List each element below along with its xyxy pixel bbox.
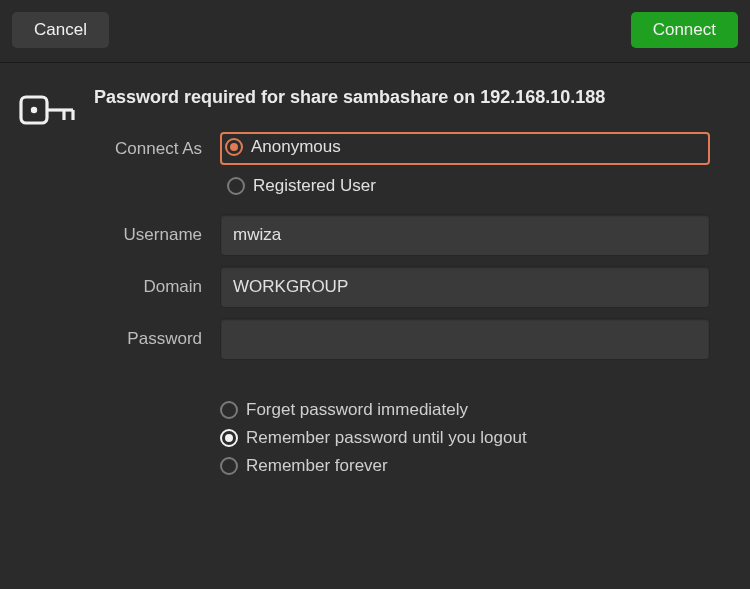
radio-icon [225,138,243,156]
username-label: Username [94,225,220,245]
radio-forget-label: Forget password immediately [246,400,468,420]
radio-icon [227,177,245,195]
password-retention-options: Forget password immediately Remember pas… [220,396,732,480]
dialog-header: Cancel Connect [0,0,750,63]
radio-remember-session[interactable]: Remember password until you logout [220,424,732,452]
radio-icon [220,429,238,447]
connect-as-label: Connect As [94,139,220,159]
radio-anonymous-label: Anonymous [251,137,341,157]
radio-icon [220,401,238,419]
cancel-button[interactable]: Cancel [12,12,109,48]
radio-registered-label: Registered User [253,176,376,196]
radio-anonymous[interactable]: Anonymous [225,135,705,159]
connect-button[interactable]: Connect [631,12,738,48]
radio-remember-forever-label: Remember forever [246,456,388,476]
radio-forget-immediately[interactable]: Forget password immediately [220,396,732,424]
svg-point-1 [31,107,37,113]
radio-registered-user[interactable]: Registered User [227,174,705,198]
password-label: Password [94,329,220,349]
password-field[interactable] [220,318,710,360]
domain-label: Domain [94,277,220,297]
radio-remember-session-label: Remember password until you logout [246,428,527,448]
username-field[interactable] [220,214,710,256]
connect-as-anonymous-group: Anonymous [220,132,710,165]
domain-field[interactable] [220,266,710,308]
connect-as-registered-group: Registered User [220,171,710,204]
radio-icon [220,457,238,475]
radio-remember-forever[interactable]: Remember forever [220,452,732,480]
dialog-title: Password required for share sambashare o… [94,87,732,108]
key-icon [18,87,94,480]
